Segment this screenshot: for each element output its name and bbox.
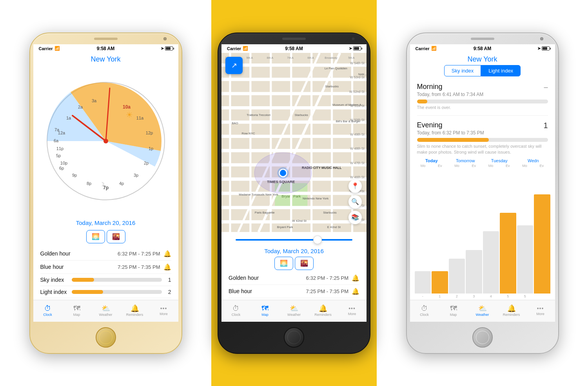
tab-weather-3[interactable]: ⛅ Weather: [468, 300, 497, 322]
phone-3-screen: Carrier 📶 9:58 AM ➤ New York Sky index L…: [410, 44, 555, 322]
more-tab-label-3: More: [536, 312, 544, 316]
svg-text:Museum of Modern A...: Museum of Modern A...: [332, 103, 364, 107]
light-index-bar: [72, 290, 162, 294]
golden-hour-label: Golden hour: [40, 250, 118, 257]
map-tab-icon: 🗺: [73, 305, 80, 312]
svg-text:Bryant Park: Bryant Park: [277, 225, 293, 228]
golden-hour-row: Golden hour 6:32 PM - 7:25 PM 🔔: [40, 247, 171, 261]
phone-2-screen: Carrier 📶 9:58 AM ➤: [221, 44, 367, 322]
tab-reminders-3[interactable]: 🔔 Reminders: [497, 300, 526, 322]
city-title: New York: [33, 53, 178, 65]
weather-chart: Today Tomorrow Tuesday Wedn Mo Ev Mo Ev …: [410, 157, 555, 299]
bar-5: [483, 231, 499, 293]
blue-hour-bell-icon[interactable]: 🔔: [163, 263, 171, 271]
carrier-label-2: Carrier: [227, 46, 241, 51]
reminders-tab-label: Reminders: [126, 313, 143, 317]
tab-bar-3: ⏱ Clock 🗺 Map ⛅ Weather 🔔 Reminders •••: [410, 300, 555, 322]
map-blue-bell-icon[interactable]: 🔔: [352, 288, 359, 295]
status-bar-3: Carrier 📶 9:58 AM ➤: [410, 44, 555, 53]
chart-x-labels: - 1 2 3 4 5 5: [414, 294, 551, 298]
weather-tab-label-3: Weather: [476, 313, 489, 317]
tab-reminders[interactable]: 🔔 Reminders: [120, 300, 149, 322]
bar-7: [517, 225, 534, 294]
tab-weather-2[interactable]: ⛅ Weather: [279, 300, 309, 322]
tab-weather[interactable]: ⛅ Weather: [91, 300, 120, 322]
x-label-6: 5: [500, 294, 516, 298]
map-sunrise-btn[interactable]: 🌅: [274, 257, 293, 270]
map-pin-icon[interactable]: 📍: [348, 179, 362, 193]
bar-6: [500, 213, 516, 294]
svg-point-90: [279, 169, 287, 177]
phone-screen: Carrier 📶 9:58 AM ➤ New York: [33, 44, 178, 322]
tab-map-2[interactable]: 🗺 Map: [250, 300, 279, 322]
sky-index-tab[interactable]: Sky index: [444, 65, 481, 76]
sky-index-label: Sky index: [40, 277, 72, 283]
sky-index-fill: [72, 278, 94, 282]
map-sunset-btn[interactable]: 🌇: [295, 257, 314, 270]
home-button-3[interactable]: [472, 327, 493, 348]
more-tab-label: More: [160, 312, 168, 316]
svg-text:Nobl...: Nobl...: [358, 72, 367, 76]
tab-map-3[interactable]: 🗺 Map: [439, 300, 468, 322]
status-bar: Carrier 📶 9:58 AM ➤: [33, 44, 178, 53]
tab-more[interactable]: ••• More: [149, 300, 178, 322]
light-index-tab[interactable]: Light index: [481, 65, 521, 76]
evening-bar-bg: [417, 138, 548, 142]
bar-1: [415, 271, 431, 294]
sub-mo4: Mo: [516, 164, 533, 168]
reminders-tab-label-2: Reminders: [314, 313, 332, 317]
map-golden-bell-icon[interactable]: 🔔: [352, 274, 359, 282]
map-golden-hour-label: Golden hour: [229, 275, 306, 281]
morning-subtitle: Today, from 6:41 AM to 7:34 AM: [417, 92, 548, 97]
svg-text:10a: 10a: [122, 104, 130, 110]
tab-more-3[interactable]: ••• More: [526, 300, 555, 322]
sunset-button[interactable]: 🌇: [107, 230, 125, 243]
location-button[interactable]: ↗: [225, 57, 243, 74]
svg-text:3a: 3a: [91, 98, 96, 103]
time-slider[interactable]: [236, 239, 352, 241]
evening-bar-fill: [417, 138, 489, 142]
home-button-2[interactable]: [284, 327, 304, 348]
chart-tomorrow-label: Tomorrow: [448, 158, 483, 163]
bar-3: [449, 259, 465, 294]
tab-map[interactable]: 🗺 Map: [62, 300, 91, 322]
light-index-row: Light index 2: [40, 286, 171, 298]
map-search-icon[interactable]: 🔍: [348, 195, 362, 208]
tab-clock[interactable]: ⏱ Clock: [33, 300, 62, 322]
camera-icon-3: [540, 37, 543, 40]
more-tab-icon: •••: [160, 306, 167, 311]
right-section: Carrier 📶 9:58 AM ➤ New York Sky index L…: [377, 0, 588, 386]
tab-reminders-2[interactable]: 🔔 Reminders: [309, 300, 338, 322]
sky-index-bar: [72, 278, 162, 282]
svg-text:2p: 2p: [143, 161, 148, 165]
svg-text:Starbucks: Starbucks: [325, 85, 339, 88]
svg-text:6a: 6a: [53, 138, 58, 143]
location-arrow-icon: ↗: [231, 61, 237, 70]
slider-thumb[interactable]: [313, 236, 322, 244]
svg-text:W 52nd St: W 52nd St: [349, 89, 365, 93]
sunrise-button[interactable]: 🌅: [86, 230, 105, 243]
phone-3: Carrier 📶 9:58 AM ➤ New York Sky index L…: [406, 33, 559, 354]
tab-clock-2[interactable]: ⏱ Clock: [221, 300, 250, 322]
blue-hour-value: 7:25 PM - 7:35 PM: [118, 264, 160, 270]
weather-tab-icon-3: ⛅: [478, 305, 487, 312]
svg-text:W 54th St: W 54th St: [350, 61, 365, 65]
tab-more-2[interactable]: ••• More: [338, 300, 367, 322]
section-divider: [417, 115, 548, 116]
chart-sub-labels: Mo Ev Mo Ev Mo Ev Mo Ev: [414, 164, 551, 168]
weather-tab-label: Weather: [99, 313, 113, 317]
map-area[interactable]: Bryant Park: [221, 53, 367, 232]
svg-text:☀: ☀: [126, 111, 133, 119]
blue-hour-label: Blue hour: [40, 264, 118, 270]
golden-hour-bell-icon[interactable]: 🔔: [163, 250, 171, 257]
svg-text:W 47th St: W 47th St: [350, 161, 365, 165]
status-left: Carrier 📶: [39, 46, 60, 51]
tab-clock-3[interactable]: ⏱ Clock: [410, 300, 439, 322]
map-bookmark-icon[interactable]: 📚: [348, 211, 362, 224]
svg-text:Nintendo New York: Nintendo New York: [303, 196, 328, 200]
bar-8: [534, 194, 550, 294]
battery-icon: [165, 46, 173, 51]
weather-tab-icon: ⛅: [102, 305, 110, 312]
svg-text:Le Pain Quotidien: Le Pain Quotidien: [325, 66, 347, 70]
home-button[interactable]: [96, 327, 116, 348]
